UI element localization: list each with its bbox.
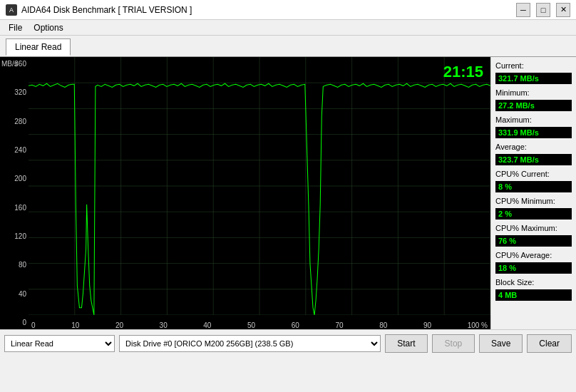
block-size-label: Block Size: [495,278,572,287]
chart-svg [29,57,490,315]
y-label-40: 40 [1,290,26,298]
average-label: Average: [495,143,572,151]
drive-select[interactable]: Disk Drive #0 [ORICO M200 256GB] (238.5 … [119,335,381,352]
x-label-20: 20 [115,321,123,329]
y-label-0: 0 [1,319,26,326]
y-label-160: 160 [1,204,26,212]
y-label-320: 320 [1,88,26,96]
x-label-80: 80 [379,321,387,329]
test-select[interactable]: Linear Read [4,335,115,352]
save-button[interactable]: Save [479,334,523,353]
maximum-value: 331.9 MB/s [495,127,572,138]
cpu-current-label: CPU% Current: [495,170,572,178]
cpu-maximum-value: 76 % [495,235,572,247]
x-label-40: 40 [203,321,211,329]
x-label-30: 30 [160,321,168,329]
minimize-button[interactable]: ─ [516,3,530,17]
minimum-value: 27.2 MB/s [495,100,572,111]
current-label: Current: [495,61,572,70]
y-label-120: 120 [1,232,26,240]
title-bar-left: A AIDA64 Disk Benchmark [ TRIAL VERSION … [6,4,192,16]
menu-options[interactable]: Options [28,21,68,34]
y-axis: 0 40 80 120 160 200 240 280 320 360 [0,57,29,329]
x-axis: 0 10 20 30 40 50 60 70 80 90 100 % [29,315,490,329]
tab-linear-read[interactable]: Linear Read [6,38,71,56]
block-size-value: 4 MB [495,289,572,301]
cpu-average-value: 18 % [495,262,572,274]
current-value: 321.7 MB/s [495,73,572,84]
title-bar: A AIDA64 Disk Benchmark [ TRIAL VERSION … [0,0,576,20]
y-label-200: 200 [1,175,26,182]
cpu-maximum-label: CPU% Maximum: [495,224,572,232]
y-label-360: 360 [1,60,26,68]
average-value: 323.7 MB/s [495,154,572,165]
x-label-50: 50 [247,321,255,329]
stats-panel: Current: 321.7 MB/s Minimum: 27.2 MB/s M… [490,57,576,329]
cpu-average-label: CPU% Average: [495,251,572,259]
stop-button[interactable]: Stop [432,334,475,353]
maximum-label: Maximum: [495,115,572,124]
window-controls: ─ □ ✕ [516,3,570,17]
y-label-280: 280 [1,118,26,125]
x-label-10: 10 [71,321,79,329]
y-label-80: 80 [1,261,26,269]
menu-file[interactable]: File [3,21,28,34]
y-label-240: 240 [1,146,26,154]
x-label-0: 0 [31,321,36,329]
maximize-button[interactable]: □ [536,3,550,17]
cpu-minimum-label: CPU% Minimum: [495,197,572,205]
tab-bar: Linear Read [0,36,576,57]
window-title: AIDA64 Disk Benchmark [ TRIAL VERSION ] [21,5,192,15]
chart-container: MB/s 0 40 80 120 160 200 240 280 320 360 [0,57,490,329]
menu-bar: File Options [0,20,576,36]
main-area: MB/s 0 40 80 120 160 200 240 280 320 360 [0,57,576,329]
x-label-60: 60 [292,321,299,329]
clear-button[interactable]: Clear [527,334,572,353]
x-label-70: 70 [335,321,343,329]
time-display: 21:15 [443,63,483,81]
x-label-90: 90 [423,321,431,329]
action-buttons: Save Clear [479,334,572,353]
cpu-minimum-value: 2 % [495,208,572,220]
cpu-current-value: 8 % [495,181,572,192]
start-button[interactable]: Start [385,334,428,353]
app-icon: A [6,4,17,16]
close-button[interactable]: ✕ [556,3,570,17]
bottom-controls: Linear Read Disk Drive #0 [ORICO M200 25… [0,329,576,356]
minimum-label: Minimum: [495,88,572,97]
x-label-100: 100 % [468,321,488,329]
